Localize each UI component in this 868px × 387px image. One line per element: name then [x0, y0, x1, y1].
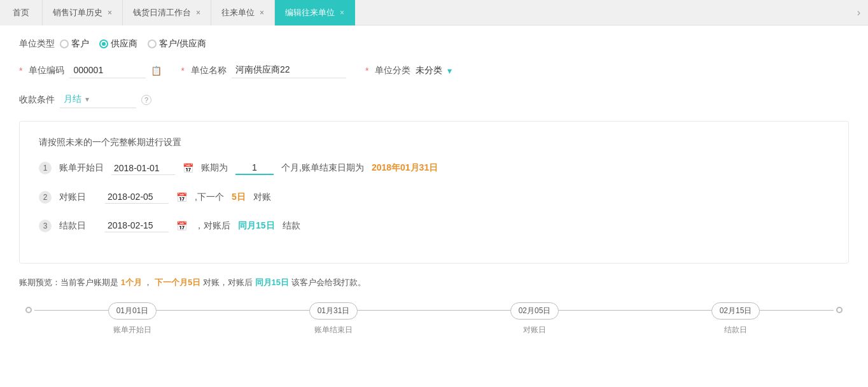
period-label-2: 对账日	[59, 192, 97, 203]
tab-edit-partner[interactable]: 编辑往来单位 ×	[275, 0, 355, 25]
timeline-left-dot	[25, 307, 32, 313]
unit-category-select[interactable]: 未分类 ▾	[416, 65, 452, 76]
unit-name-label: 单位名称	[191, 65, 227, 76]
tab-cash-daily[interactable]: 钱货日清工作台 ×	[123, 0, 211, 25]
preview-part1: 1个月	[121, 278, 142, 287]
tab-partner-units[interactable]: 往来单位 ×	[211, 0, 275, 25]
period-row3-highlight: 同月15日	[238, 220, 275, 232]
unit-name-star: *	[181, 66, 184, 76]
timeline-node-2: 01月31日 账单结束日	[233, 302, 434, 335]
unit-info-row: * 单位编码 📋 * 单位名称 * 单位分类 未分类 ▾	[19, 62, 849, 78]
unit-category-label: 单位分类	[375, 65, 410, 76]
unit-category-value: 未分类	[416, 65, 442, 76]
timeline-section: 01月01日 账单开始日 01月31日 账单结束日 02月05日 对账日 02月…	[25, 302, 843, 335]
tab-sales-history-close[interactable]: ×	[108, 9, 112, 17]
unit-name-group: * 单位名称	[181, 62, 346, 78]
preview-suffix: 该客户会给我打款。	[291, 278, 366, 287]
timeline-node-4: 02月15日 结款日	[635, 302, 836, 335]
help-icon[interactable]: ?	[141, 95, 151, 105]
period-row2-prefix: ,下一个	[195, 192, 224, 203]
unit-type-row: 单位类型 客户 供应商 客户/供应商	[19, 38, 849, 50]
radio-group: 客户 供应商 客户/供应商	[60, 38, 206, 50]
tab-edit-partner-close[interactable]: ×	[340, 9, 344, 17]
radio-customer-label: 客户	[71, 38, 89, 50]
period-box-title: 请按照未来的一个完整帐期进行设置	[39, 137, 829, 148]
preview-text: 账期预览：当前客户账期是 1个月 ， 下一个月5日 对账，对账后 同月15日 该…	[19, 276, 849, 290]
timeline-label-2: 账单结束日	[314, 325, 353, 335]
tab-bar: 首页 销售订单历史 × 钱货日清工作台 × 往来单位 × 编辑往来单位 × ›	[0, 0, 868, 25]
period-row-2: 2 对账日 📅 ,下一个 5日 对账	[39, 190, 829, 204]
timeline-node-3: 02月05日 对账日	[434, 302, 635, 335]
radio-both[interactable]: 客户/供应商	[148, 38, 206, 50]
timeline-badge-4: 02月15日	[711, 302, 760, 320]
period-reconcile-calendar-icon[interactable]: 📅	[176, 192, 187, 202]
timeline-node-1: 01月01日 账单开始日	[32, 302, 233, 335]
radio-both-label: 客户/供应商	[159, 38, 206, 50]
period-reconcile-date-input[interactable]	[105, 190, 169, 204]
payment-terms-select[interactable]: 月结 ▾	[60, 91, 136, 108]
period-row1-suffix-pre: 账期为	[201, 162, 228, 174]
unit-code-group: * 单位编码 📋	[19, 62, 162, 78]
tab-home[interactable]: 首页	[0, 0, 43, 25]
period-box: 请按照未来的一个完整帐期进行设置 1 账单开始日 📅 账期为 个月,账单结束日期…	[19, 121, 849, 264]
tab-expand-icon[interactable]: ›	[850, 7, 868, 18]
radio-supplier[interactable]: 供应商	[99, 38, 137, 50]
tab-partner-units-close[interactable]: ×	[260, 9, 264, 17]
period-start-date-input[interactable]	[111, 162, 175, 175]
payment-terms-row: 收款条件 月结 ▾ ?	[19, 91, 849, 108]
period-row3-suffix: 结款	[283, 220, 300, 232]
tab-edit-partner-label: 编辑往来单位	[285, 7, 335, 18]
period-row-1: 1 账单开始日 📅 账期为 个月,账单结束日期为 2018年01月31日	[39, 161, 829, 175]
timeline-badge-3: 02月05日	[510, 302, 559, 320]
unit-type-group: 单位类型 客户 供应商 客户/供应商	[19, 38, 206, 50]
radio-supplier-label: 供应商	[111, 38, 137, 50]
period-payment-calendar-icon[interactable]: 📅	[176, 221, 187, 231]
tab-sales-history-label: 销售订单历史	[53, 7, 102, 18]
radio-customer[interactable]: 客户	[60, 38, 89, 50]
radio-supplier-circle	[99, 39, 108, 48]
period-row3-prefix: ，对账后	[195, 220, 230, 232]
radio-both-circle	[148, 39, 157, 48]
main-content: 单位类型 客户 供应商 客户/供应商 * 单位编码	[0, 25, 868, 387]
tab-cash-daily-label: 钱货日清工作台	[133, 7, 191, 18]
timeline-label-1: 账单开始日	[113, 325, 151, 335]
payment-terms-label: 收款条件	[19, 94, 55, 106]
unit-code-star: *	[19, 66, 22, 76]
tab-home-label: 首页	[13, 7, 29, 18]
unit-code-calendar-icon[interactable]: 📋	[151, 66, 162, 76]
preview-middle1: ，	[144, 278, 152, 287]
period-row2-suffix: 对账	[253, 192, 271, 203]
unit-category-dropdown-icon[interactable]: ▾	[447, 66, 452, 76]
unit-code-input[interactable]	[69, 62, 146, 78]
tab-sales-history[interactable]: 销售订单历史 ×	[43, 0, 123, 25]
timeline-container: 01月01日 账单开始日 01月31日 账单结束日 02月05日 对账日 02月…	[25, 302, 843, 335]
period-payment-date-input[interactable]	[105, 219, 169, 232]
timeline-badge-1: 01月01日	[108, 302, 157, 320]
tab-partner-units-label: 往来单位	[221, 7, 255, 18]
unit-type-label: 单位类型	[19, 38, 55, 50]
unit-category-star: *	[365, 66, 368, 76]
radio-customer-circle	[60, 39, 69, 48]
preview-prefix: 账期预览：当前客户账期是	[19, 278, 118, 287]
period-num-2: 2	[39, 191, 52, 204]
unit-code-label: 单位编码	[29, 65, 64, 76]
preview-middle2: 对账，对账后	[203, 278, 253, 287]
unit-category-group: * 单位分类 未分类 ▾	[365, 65, 452, 76]
payment-terms-arrow-icon: ▾	[85, 95, 89, 104]
period-start-calendar-icon[interactable]: 📅	[183, 163, 193, 173]
timeline-label-3: 对账日	[523, 325, 546, 335]
period-row1-suffix-post: 个月,账单结束日期为	[281, 162, 364, 174]
period-months-input[interactable]	[235, 161, 274, 175]
preview-part3: 同月15日	[255, 278, 289, 287]
timeline-badge-2: 01月31日	[309, 302, 358, 320]
timeline-label-4: 结款日	[724, 325, 747, 335]
period-label-1: 账单开始日	[59, 162, 104, 174]
period-row-3: 3 结款日 📅 ，对账后 同月15日 结款	[39, 219, 829, 232]
timeline-right-dot	[836, 307, 843, 313]
period-row2-highlight: 5日	[232, 192, 246, 203]
payment-terms-group: 收款条件 月结 ▾ ?	[19, 91, 151, 108]
tab-cash-daily-close[interactable]: ×	[196, 9, 200, 17]
payment-terms-value: 月结	[64, 94, 81, 105]
period-num-3: 3	[39, 220, 52, 232]
unit-name-input[interactable]	[232, 62, 346, 78]
